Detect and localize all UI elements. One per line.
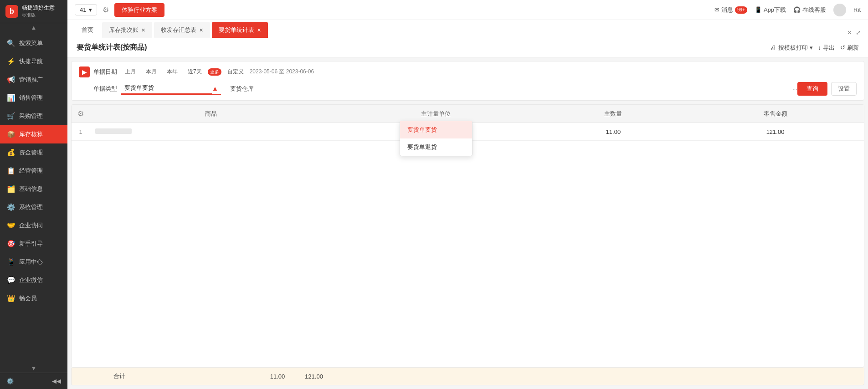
tab-collection-summary-label: 收发存汇总表	[161, 26, 196, 34]
service-icon: 🎧	[793, 6, 801, 13]
app-name: 畅捷通好生意	[22, 5, 55, 12]
sidebar-item-label-system: 系统管理	[19, 203, 43, 211]
type-select-input[interactable]	[121, 83, 212, 94]
table-settings-icon[interactable]: ⚙	[77, 110, 84, 118]
quick-nav-icon: ⚡	[6, 57, 15, 66]
export-action[interactable]: ↓ 导出	[818, 44, 835, 52]
sidebar-item-wechat[interactable]: 💬企业微信	[0, 271, 67, 289]
sidebar-nav: 🔍搜索菜单⚡快捷导航📢营销推广📊销售管理🛒采购管理📦库存核算💰资金管理📋经营管理…	[0, 32, 67, 363]
message-icon: ✉	[714, 6, 719, 13]
purchase-icon: 🛒	[6, 112, 15, 121]
print-action[interactable]: 🖨 按模板打印 ▾	[770, 44, 813, 52]
page-actions: 🖨 按模板打印 ▾ ↓ 导出 ↺ 刷新	[770, 44, 859, 52]
sidebar-item-sales[interactable]: 📊销售管理	[0, 89, 67, 107]
sidebar-footer: ⚙️ ◀◀	[0, 373, 67, 389]
sidebar-settings-icon[interactable]: ⚙️	[6, 378, 14, 384]
tab-home[interactable]: 首页	[75, 22, 100, 38]
topbar: 41 ▾ ⚙ 体验行业方案 ✉ 消息 99+ 📱 App下载 🎧 在线客服 Ri…	[67, 0, 868, 20]
sidebar-item-finance[interactable]: 💰资金管理	[0, 143, 67, 162]
tab-batch-account-close[interactable]: ✕	[141, 27, 145, 33]
sidebar-item-member[interactable]: 👑畅会员	[0, 289, 67, 307]
download-icon: 📱	[755, 6, 762, 13]
message-badge: 99+	[735, 6, 747, 14]
trial-button[interactable]: 体验行业方案	[114, 3, 164, 17]
sidebar-item-label-member: 畅会员	[19, 294, 37, 302]
footer-quantity: 11.00	[259, 373, 296, 380]
sidebar-item-collab[interactable]: 🤝企业协同	[0, 216, 67, 235]
online-service-label: 在线客服	[802, 6, 826, 14]
refresh-action[interactable]: ↺ 刷新	[840, 44, 859, 52]
type-label: 单据类型	[93, 85, 117, 93]
sidebar-item-purchase[interactable]: 🛒采购管理	[0, 107, 67, 125]
filter-row-1: ▶ 单据日期 上月 本月 本年 近7天 更多 自定义 2023-05-06 至 …	[79, 66, 857, 77]
filter-arrow-btn[interactable]: ▶	[79, 67, 90, 77]
row-product	[90, 123, 332, 141]
tab-order-summary-close[interactable]: ✕	[257, 27, 261, 33]
sidebar-scroll-down[interactable]: ▼	[0, 363, 67, 373]
basic-icon: 🗂️	[6, 184, 15, 194]
row-quantity: 11.00	[540, 123, 687, 141]
date-btn-this-month[interactable]: 本月	[142, 66, 161, 77]
refresh-label: 刷新	[847, 44, 859, 52]
sidebar-item-app-center[interactable]: 📱应用中心	[0, 253, 67, 271]
sidebar-item-marketing[interactable]: 📢营销推广	[0, 71, 67, 89]
footer-amount: 121.00	[296, 373, 332, 380]
type-select-container: ▲	[121, 83, 221, 95]
dropdown-item-order-return[interactable]: 要货单退货	[400, 138, 472, 156]
tab-collection-summary[interactable]: 收发存汇总表 ✕	[154, 22, 210, 38]
tab-expand-icon[interactable]: ⤢	[856, 29, 861, 36]
date-more-badge[interactable]: 更多	[208, 68, 221, 76]
table-footer: 合计 11.00 121.00	[71, 368, 864, 385]
sidebar-item-label-inventory: 库存核算	[19, 130, 43, 138]
dropdown-item-order-goods[interactable]: 要货单要货	[400, 121, 472, 138]
sidebar-item-label-wechat: 企业微信	[19, 276, 43, 284]
sidebar-item-search[interactable]: 🔍搜索菜单	[0, 34, 67, 52]
message-label: 消息	[721, 6, 733, 14]
sidebar-item-guide[interactable]: 🎯新手引导	[0, 235, 67, 253]
sidebar-item-label-quick-nav: 快捷导航	[19, 57, 43, 66]
tabbar: 首页 库存批次账 ✕ 收发存汇总表 ✕ 要货单统计表 ✕ ✕ ⤢	[67, 20, 868, 38]
tab-collection-summary-close[interactable]: ✕	[199, 27, 203, 33]
system-icon: ⚙️	[6, 203, 15, 212]
search-icon: 🔍	[6, 39, 15, 48]
sidebar-item-operations[interactable]: 📋经营管理	[0, 162, 67, 180]
filter-bar: ▶ 单据日期 上月 本月 本年 近7天 更多 自定义 2023-05-06 至 …	[71, 61, 864, 101]
tab-minimize-icon[interactable]: ✕	[847, 29, 852, 36]
app-download-item[interactable]: 📱 App下载	[755, 6, 786, 14]
sidebar-collapse-icon[interactable]: ◀◀	[52, 378, 61, 384]
date-btn-custom[interactable]: 自定义	[223, 66, 248, 77]
print-icon: 🖨	[770, 44, 776, 51]
date-label: 单据日期	[93, 68, 117, 76]
message-item[interactable]: ✉ 消息 99+	[714, 6, 747, 14]
filter-more-icon[interactable]: ···	[792, 86, 797, 92]
company-selector[interactable]: 41 ▾	[75, 4, 97, 15]
date-btn-this-year[interactable]: 本年	[163, 66, 182, 77]
sidebar-item-label-finance: 资金管理	[19, 148, 43, 157]
online-service-item[interactable]: 🎧 在线客服	[793, 6, 826, 14]
wechat-icon: 💬	[6, 276, 15, 285]
sidebar-scroll-up[interactable]: ▲	[0, 23, 67, 32]
date-btn-last-month[interactable]: 上月	[121, 66, 140, 77]
page-content: 要货单统计表(按商品) 🖨 按模板打印 ▾ ↓ 导出 ↺ 刷新	[67, 38, 868, 389]
finance-icon: 💰	[6, 148, 15, 157]
query-button[interactable]: 查询	[797, 82, 827, 96]
type-select-chevron-icon[interactable]: ▲	[212, 85, 218, 92]
sidebar-item-system[interactable]: ⚙️系统管理	[0, 198, 67, 216]
date-btn-7days[interactable]: 近7天	[184, 66, 206, 77]
chevron-down-icon: ▾	[89, 6, 92, 13]
footer-label: 合计	[113, 372, 259, 380]
topbar-right: ✉ 消息 99+ 📱 App下载 🎧 在线客服 Rit	[714, 4, 861, 16]
avatar[interactable]	[833, 4, 846, 16]
tab-batch-account[interactable]: 库存批次账 ✕	[102, 22, 152, 38]
main-area: 41 ▾ ⚙ 体验行业方案 ✉ 消息 99+ 📱 App下载 🎧 在线客服 Ri…	[67, 0, 868, 389]
topbar-gear-icon[interactable]: ⚙	[103, 5, 109, 14]
refresh-icon: ↺	[840, 44, 845, 51]
sidebar-item-quick-nav[interactable]: ⚡快捷导航	[0, 52, 67, 71]
sidebar-item-basic[interactable]: 🗂️基础信息	[0, 180, 67, 198]
tab-order-summary[interactable]: 要货单统计表 ✕	[212, 22, 268, 38]
sidebar-item-label-sales: 销售管理	[19, 94, 43, 102]
settings-button[interactable]: 设置	[831, 82, 857, 96]
date-buttons: 上月 本月 本年 近7天 更多 自定义	[121, 66, 248, 77]
app-download-label: App下载	[764, 6, 786, 14]
sidebar-item-inventory[interactable]: 📦库存核算	[0, 125, 67, 143]
